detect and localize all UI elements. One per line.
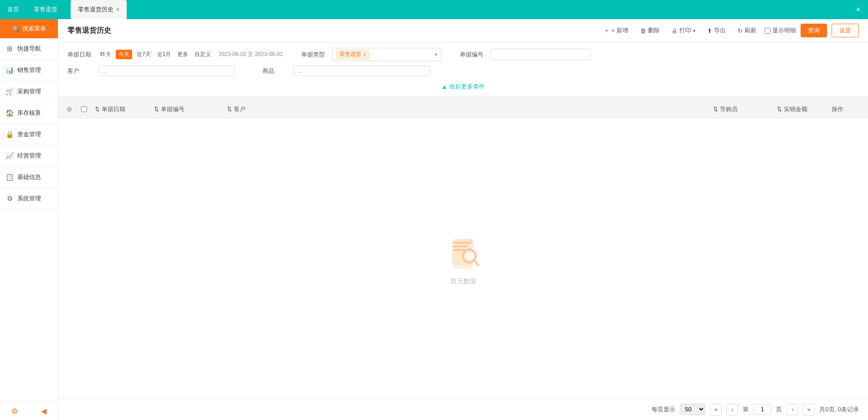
- collapse-more-btn[interactable]: ▲ 收起更多条件: [442, 82, 485, 91]
- shortcut-more[interactable]: 更多: [175, 50, 190, 59]
- svg-rect-2: [454, 242, 471, 244]
- table-settings-icon[interactable]: ⚙: [62, 106, 77, 113]
- col-amount-sort-icon: ⇅: [777, 106, 782, 113]
- delete-icon: 🗑: [640, 27, 646, 34]
- date-filter-label: 单据日期: [67, 51, 95, 59]
- print-label: 打印: [679, 26, 691, 35]
- first-page-btn[interactable]: «: [710, 404, 722, 415]
- last-page-btn[interactable]: »: [803, 404, 815, 415]
- num-filter-input[interactable]: [491, 49, 591, 60]
- sidebar-item-basic-info-label: 基础信息: [17, 173, 41, 181]
- filter-row-2: 客户 ... 商品 ...: [67, 66, 859, 76]
- operation-icon: 📈: [5, 152, 14, 160]
- sidebar-item-sales[interactable]: 📊 销售管理: [0, 60, 58, 81]
- sidebar-item-inventory[interactable]: 🏠 库存核算: [0, 102, 58, 124]
- sidebar-search-label: 搜索菜单: [22, 25, 46, 33]
- show-detail-label: 显示明细: [772, 26, 796, 35]
- col-num[interactable]: ⇅ 单据编号: [150, 105, 223, 113]
- page-input[interactable]: [753, 404, 771, 415]
- date-shortcuts: 昨天 今天 近7天 近1月 更多 自定义: [98, 50, 213, 59]
- sidebar-item-basic-info[interactable]: 📋 基础信息: [0, 167, 58, 188]
- search-icon: 🔍: [12, 26, 20, 32]
- shortcut-7days[interactable]: 近7天: [135, 50, 153, 59]
- col-customer-sort-icon: ⇅: [227, 106, 232, 113]
- col-date[interactable]: ⇅ 单据日期: [91, 105, 150, 113]
- sidebar-item-system[interactable]: ⚙ 系统管理: [0, 188, 58, 210]
- refresh-label: 刷新: [745, 26, 756, 35]
- col-customer[interactable]: ⇅ 客户: [223, 105, 709, 113]
- empty-state: 暂无数据: [58, 118, 868, 398]
- new-button[interactable]: ＋ + 新增: [600, 25, 632, 36]
- tab-retail-return[interactable]: 零售退货 ×: [26, 0, 71, 19]
- svg-line-7: [474, 261, 478, 265]
- filter-customer: 客户 ...: [67, 66, 235, 76]
- inventory-icon: 🏠: [5, 109, 14, 117]
- sidebar-item-purchase-label: 采购管理: [17, 87, 41, 96]
- refresh-icon: ↻: [738, 27, 743, 34]
- basic-info-icon: 📋: [5, 173, 14, 181]
- goods-select[interactable]: ...: [293, 66, 430, 76]
- quick-nav-icon: ⊞: [5, 45, 14, 53]
- system-icon: ⚙: [5, 195, 14, 203]
- export-icon: ⬆: [707, 27, 712, 34]
- col-guide[interactable]: ⇅ 导购员: [709, 105, 773, 113]
- select-all-input[interactable]: [81, 106, 87, 112]
- shortcut-custom[interactable]: 自定义: [193, 50, 213, 59]
- sidebar-item-finance[interactable]: 🔒 资金管理: [0, 124, 58, 145]
- page-size-label: 每页显示: [652, 405, 675, 414]
- filter-date: 单据日期 昨天 今天 近7天 近1月 更多 自定义 2023-06-02 至 2…: [67, 50, 283, 59]
- collapse-label: 收起更多条件: [449, 82, 485, 91]
- collapse-sidebar-icon[interactable]: ◀: [41, 407, 46, 415]
- col-guide-label: 导购员: [720, 105, 738, 113]
- settings-bottom-icon[interactable]: ⚙: [11, 407, 18, 415]
- date-range-display: 2023-06-02 至 2023-06-02: [218, 51, 282, 58]
- sidebar-search[interactable]: 🔍 搜索菜单: [0, 19, 58, 38]
- sidebar-item-system-label: 系统管理: [17, 195, 41, 203]
- setting-button[interactable]: 设置: [832, 24, 859, 37]
- sales-icon: 📊: [5, 66, 14, 74]
- empty-text: 暂无数据: [451, 277, 476, 286]
- page-size-select[interactable]: 50 20 100: [680, 404, 705, 415]
- tab-retail-return-label: 零售退货: [34, 5, 57, 14]
- col-date-label: 单据日期: [102, 105, 125, 113]
- filter-goods: 商品 ...: [262, 66, 430, 76]
- customer-select[interactable]: ...: [98, 66, 235, 76]
- total-label: 共0页, 0条记录: [819, 405, 859, 414]
- pagination: 每页显示 50 20 100 « ‹ 第 页 › » 共0页, 0条记录: [58, 398, 868, 420]
- close-retail-return-history-icon[interactable]: ×: [116, 6, 119, 13]
- tab-retail-return-history[interactable]: 零售退货历史 ×: [71, 0, 127, 19]
- prev-page-btn[interactable]: ‹: [726, 404, 738, 415]
- show-detail-checkbox[interactable]: 显示明细: [765, 26, 796, 35]
- show-detail-input[interactable]: [765, 28, 770, 34]
- delete-button[interactable]: 🗑 删除: [637, 25, 663, 36]
- export-button[interactable]: ⬆ 导出: [704, 25, 729, 36]
- next-page-btn[interactable]: ›: [786, 404, 798, 415]
- shortcut-today[interactable]: 今天: [116, 50, 132, 59]
- sidebar-item-quick-nav[interactable]: ⊞ 快捷导航: [0, 38, 58, 60]
- type-select[interactable]: 零售退货 × ▾: [332, 48, 442, 61]
- sidebar-item-inventory-label: 库存核算: [17, 109, 41, 117]
- window-close-icon[interactable]: ×: [848, 5, 868, 15]
- refresh-button[interactable]: ↻ 刷新: [734, 25, 760, 36]
- shortcut-yesterday[interactable]: 昨天: [98, 50, 113, 59]
- tab-home[interactable]: 首页: [0, 0, 26, 19]
- sidebar: 🔍 搜索菜单 ⊞ 快捷导航 📊 销售管理 🛒 采购管理 🏠 库存核算 🔒: [0, 19, 58, 420]
- sidebar-item-operation[interactable]: 📈 经营管理: [0, 145, 58, 167]
- type-tag-close-icon[interactable]: ×: [363, 52, 366, 57]
- print-button[interactable]: 🖨 打印 ▾: [668, 25, 699, 36]
- sidebar-item-purchase[interactable]: 🛒 采购管理: [0, 81, 58, 102]
- collapse-arrow-icon: ▲: [442, 83, 447, 90]
- new-label: + 新增: [611, 26, 628, 35]
- query-button[interactable]: 查询: [801, 24, 827, 37]
- table-select-all-checkbox[interactable]: [77, 106, 91, 112]
- type-tag: 零售退货 ×: [336, 50, 369, 59]
- setting-label: 设置: [839, 27, 851, 34]
- close-retail-return-icon[interactable]: ×: [60, 6, 63, 13]
- customer-dots: ...: [103, 67, 108, 74]
- page-label-before: 第: [743, 405, 749, 414]
- shortcut-1month[interactable]: 近1月: [155, 50, 173, 59]
- header-actions: ＋ + 新增 🗑 删除 🖨 打印 ▾ ⬆ 导出 ↻: [600, 24, 859, 42]
- main-layout: 🔍 搜索菜单 ⊞ 快捷导航 📊 销售管理 🛒 采购管理 🏠 库存核算 🔒: [0, 19, 868, 420]
- col-customer-label: 客户: [234, 105, 246, 113]
- col-amount[interactable]: ⇅ 实销金额: [773, 105, 828, 113]
